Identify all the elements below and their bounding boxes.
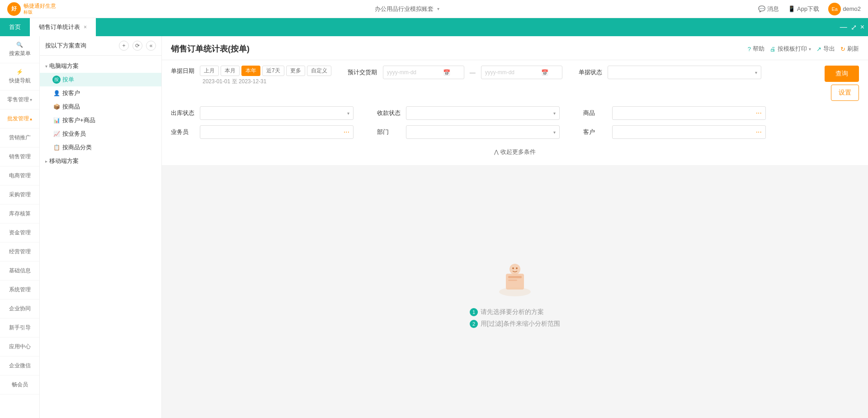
window-close-btn[interactable]: × (860, 23, 864, 31)
tree-by-order[interactable]: 按 按单 (40, 73, 161, 86)
product-filter[interactable]: ··· (612, 106, 766, 120)
delivery-start-input[interactable] (387, 69, 441, 76)
left-panel-title: 按以下方案查询 (45, 42, 86, 50)
tree-by-customer-product[interactable]: 📊 按客户+商品 (40, 114, 161, 127)
tab-home[interactable]: 首页 (0, 18, 30, 36)
avatar: Ea (828, 3, 841, 15)
sidebar-item-system[interactable]: 系统管理 (0, 280, 39, 299)
export-btn[interactable]: ↗ 导出 (816, 45, 835, 53)
messages-btn[interactable]: 💬 消息 (758, 5, 779, 13)
top-bar: 好 畅捷通好生意 标版 办公用品行业模拟账套 ▾ 💬 消息 📱 App下载 Ea… (0, 0, 868, 18)
logo-icon: 好 (7, 2, 21, 16)
content-area: 按以下方案查询 + ⟳ « ▾ 电脑端方案 (40, 36, 868, 418)
this-month-btn[interactable]: 本月 (221, 66, 240, 76)
nav-tabs-right: — ⤢ × (840, 23, 868, 32)
delivery-date-start[interactable]: 📅 (383, 66, 464, 79)
ship-status-select[interactable]: ▾ (200, 106, 354, 120)
page-title: 销售订单统计表(按单) (171, 43, 250, 54)
main-layout: 🔍 搜索菜单 ⚡ 快捷导航 零售管理 ▾ 批发管理 ▴ 营销推广 销售管理 电商… (0, 36, 868, 418)
tree-by-product-category[interactable]: 📋 按商品分类 (40, 141, 161, 154)
sidebar-item-sales[interactable]: 销售管理 (0, 147, 39, 166)
recent7-btn[interactable]: 近7天 (262, 66, 284, 76)
sidebar-item-ecommerce[interactable]: 电商管理 (0, 166, 39, 185)
date-label: 单据日期 (171, 67, 196, 75)
tree-by-product[interactable]: 📦 按商品 (40, 100, 161, 114)
download-icon: 📱 (788, 5, 795, 12)
refresh-icon: ↻ (840, 46, 845, 52)
refresh-scheme-btn[interactable]: ⟳ (132, 41, 142, 51)
print-btn[interactable]: 🖨 按模板打印 ▾ (770, 45, 811, 53)
user-area[interactable]: Ea demo2 (828, 3, 861, 15)
search-button[interactable]: 查询 (825, 66, 859, 82)
window-maximize-btn[interactable]: ⤢ (851, 23, 857, 32)
nav-tabs: 首页 销售订单统计表 × — ⤢ × (0, 18, 868, 36)
retail-arrow-icon: ▾ (30, 97, 32, 102)
expected-delivery-label: 预计交货期 (348, 68, 379, 76)
salesperson-more-icon[interactable]: ··· (344, 128, 349, 136)
right-panel: 销售订单统计表(按单) ? 帮助 🖨 按模板打印 ▾ ↗ 导出 (162, 36, 868, 418)
refresh-btn[interactable]: ↻ 刷新 (840, 45, 859, 53)
tab-close-btn[interactable]: × (84, 24, 87, 30)
sidebar-item-retail[interactable]: 零售管理 ▾ (0, 90, 39, 109)
collapse-panel-btn[interactable]: « (146, 41, 156, 51)
help-icon: ? (748, 46, 751, 52)
department-label: 部门 (377, 128, 402, 136)
company-dropdown-icon[interactable]: ▾ (437, 6, 439, 11)
filter-row-3: 业务员 ··· 部门 ▾ 客户 (171, 125, 859, 139)
wholesale-arrow-icon: ▴ (30, 116, 32, 121)
sidebar-item-basic[interactable]: 基础信息 (0, 261, 39, 280)
more-date-btn[interactable]: 更多 (286, 66, 305, 76)
tree-badge-icon: 按 (52, 76, 61, 84)
tree-pc-scheme[interactable]: ▾ 电脑端方案 (40, 59, 161, 73)
salesperson-label: 业务员 (171, 128, 196, 136)
sidebar-item-operations[interactable]: 经营管理 (0, 242, 39, 261)
help-btn[interactable]: ? 帮助 (748, 45, 764, 53)
tree-expand-icon: ▾ (45, 64, 47, 69)
add-scheme-btn[interactable]: + (119, 41, 129, 51)
sidebar-quick-nav[interactable]: ⚡ 快捷导航 (0, 63, 39, 90)
app-download-btn[interactable]: 📱 App下载 (788, 5, 819, 13)
last-month-btn[interactable]: 上月 (200, 66, 219, 76)
sidebar-item-finance[interactable]: 资金管理 (0, 223, 39, 242)
customer-filter[interactable]: ··· (612, 125, 766, 139)
settings-button[interactable]: 设置 (831, 85, 859, 101)
left-panel-header: 按以下方案查询 + ⟳ « (40, 36, 161, 56)
receipt-status-label: 收款状态 (377, 109, 402, 117)
top-bar-left: 好 畅捷通好生意 标版 (7, 2, 56, 16)
sidebar-item-inventory[interactable]: 库存核算 (0, 204, 39, 223)
tree-mobile-scheme[interactable]: ▸ 移动端方案 (40, 154, 161, 168)
sidebar-item-members[interactable]: 畅会员 (0, 375, 39, 394)
logo-area: 好 畅捷通好生意 标版 (7, 2, 56, 16)
scheme-tree: ▾ 电脑端方案 按 按单 👤 按客户 📦 按商品 📊 按客户+商品 (40, 56, 161, 171)
tree-by-customer[interactable]: 👤 按客户 (40, 86, 161, 100)
print-arrow-icon: ▾ (809, 47, 811, 52)
filter-area: 单据日期 上月 本月 本年 近7天 更多 自定义 2023-01-0 (162, 60, 868, 165)
current-year-btn[interactable]: 本年 (241, 66, 260, 76)
custom-date-btn[interactable]: 自定义 (307, 66, 331, 76)
customer-more-icon[interactable]: ··· (756, 128, 762, 136)
delivery-date-end[interactable]: 📅 (481, 66, 562, 79)
collapse-more-btn[interactable]: ⋀ 收起更多条件 (171, 144, 859, 160)
company-name: 办公用品行业模拟账套 (375, 5, 434, 13)
sidebar-item-enterprise[interactable]: 企业协同 (0, 299, 39, 318)
sidebar-search-menu[interactable]: 🔍 搜索菜单 (0, 36, 39, 63)
sidebar-item-wholesale[interactable]: 批发管理 ▴ (0, 109, 39, 128)
sidebar-item-marketing[interactable]: 营销推广 (0, 128, 39, 147)
top-bar-center: 办公用品行业模拟账套 ▾ (375, 5, 439, 13)
delivery-end-input[interactable] (485, 69, 539, 76)
department-select[interactable]: ▾ (406, 125, 560, 139)
sidebar-item-apps[interactable]: 应用中心 (0, 337, 39, 356)
salesperson-filter[interactable]: ··· (200, 125, 354, 139)
sidebar-item-wechat[interactable]: 企业微信 (0, 356, 39, 375)
receipt-status-select[interactable]: ▾ (406, 106, 560, 120)
sidebar-item-newbie[interactable]: 新手引导 (0, 318, 39, 337)
window-minimize-btn[interactable]: — (840, 23, 847, 31)
order-status-select[interactable]: ▾ (608, 66, 761, 79)
tab-sales-order[interactable]: 销售订单统计表 × (30, 18, 96, 36)
top-bar-right: 💬 消息 📱 App下载 Ea demo2 (758, 3, 861, 15)
date-shortcuts: 上月 本月 本年 近7天 更多 自定义 (200, 66, 331, 76)
product-more-icon[interactable]: ··· (756, 109, 762, 117)
sidebar: 🔍 搜索菜单 ⚡ 快捷导航 零售管理 ▾ 批发管理 ▴ 营销推广 销售管理 电商… (0, 36, 40, 418)
sidebar-item-purchase[interactable]: 采购管理 (0, 185, 39, 204)
tree-by-salesperson[interactable]: 📈 按业务员 (40, 127, 161, 141)
